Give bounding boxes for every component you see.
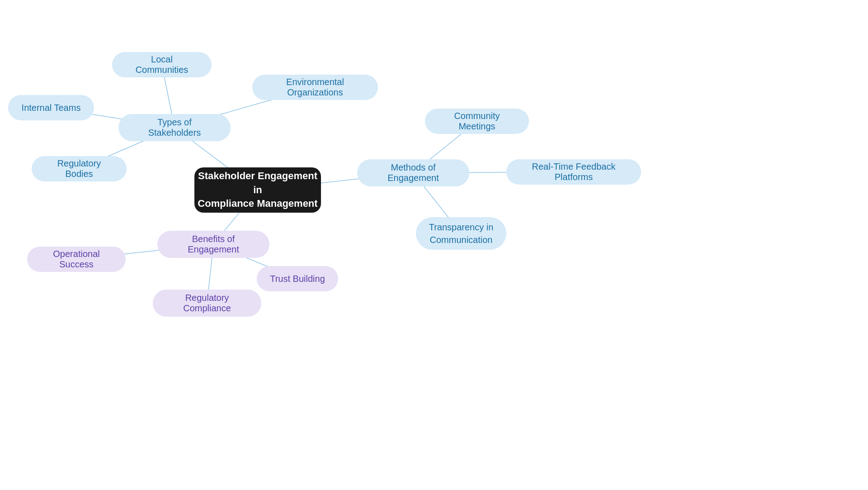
internal-teams-label: Internal Teams <box>22 103 81 113</box>
community-meetings-label: Community Meetings <box>438 111 516 132</box>
center-label: Stakeholder Engagement in Compliance Man… <box>194 169 321 211</box>
regulatory-compliance-node[interactable]: Regulatory Compliance <box>153 290 261 317</box>
environmental-organizations-label: Environmental Organizations <box>265 77 365 98</box>
benefits-of-engagement-node[interactable]: Benefits of Engagement <box>157 231 269 258</box>
benefits-of-engagement-label: Benefits of Engagement <box>174 234 253 255</box>
trust-building-label: Trust Building <box>270 274 325 284</box>
environmental-organizations-node[interactable]: Environmental Organizations <box>252 75 378 100</box>
local-communities-label: Local Communities <box>125 54 199 75</box>
regulatory-bodies-node[interactable]: Regulatory Bodies <box>32 156 127 181</box>
community-meetings-node[interactable]: Community Meetings <box>425 109 529 134</box>
operational-success-label: Operational Success <box>40 249 113 270</box>
operational-success-node[interactable]: Operational Success <box>27 247 126 272</box>
types-of-stakeholders-node[interactable]: Types of Stakeholders <box>118 114 231 141</box>
regulatory-bodies-label: Regulatory Bodies <box>44 158 114 179</box>
internal-teams-node[interactable]: Internal Teams <box>8 95 94 120</box>
methods-of-engagement-node[interactable]: Methods of Engagement <box>357 159 469 186</box>
local-communities-node[interactable]: Local Communities <box>112 52 212 77</box>
real-time-feedback-node[interactable]: Real-Time Feedback Platforms <box>506 159 641 185</box>
methods-of-engagement-label: Methods of Engagement <box>373 162 453 183</box>
types-of-stakeholders-label: Types of Stakeholders <box>135 117 214 138</box>
center-node[interactable]: Stakeholder Engagement in Compliance Man… <box>194 167 321 213</box>
trust-building-node[interactable]: Trust Building <box>257 266 338 291</box>
transparency-communication-node[interactable]: Transparency in Communication <box>416 217 506 250</box>
transparency-communication-label: Transparency in Communication <box>429 221 494 246</box>
real-time-feedback-label: Real-Time Feedback Platforms <box>519 162 628 182</box>
regulatory-compliance-label: Regulatory Compliance <box>165 293 249 314</box>
